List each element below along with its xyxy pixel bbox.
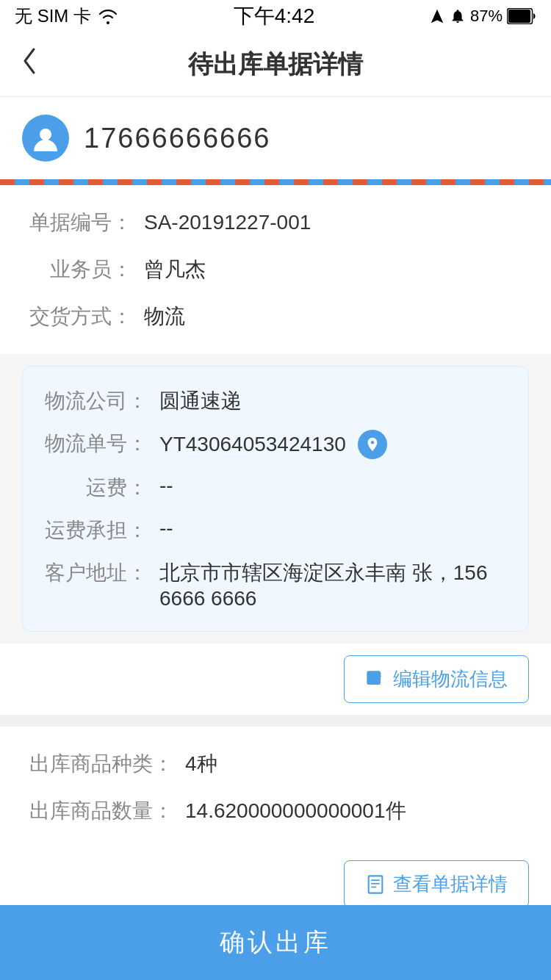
user-icon [31,123,60,153]
document-list-icon [365,874,386,895]
logistics-freight-label: 运费： [45,474,148,502]
doc-number-value: SA-20191227-001 [144,207,522,238]
product-quantity-row: 出库商品数量： 14.620000000000001件 [29,796,522,826]
logistics-address-row: 客户地址： 北京市市辖区海淀区永丰南 张，156 6666 6666 [45,559,506,610]
page-title: 待出库单据详情 [188,48,363,82]
status-time: 下午4:42 [234,2,315,30]
dashed-divider [0,179,551,185]
back-button[interactable] [21,46,38,82]
salesman-label: 业务员： [29,254,132,285]
svg-point-2 [40,129,51,140]
edit-logistics-label: 编辑物流信息 [393,666,508,692]
logistics-tracking-label: 物流单号： [45,430,148,458]
logistics-address-label: 客户地址： [45,559,148,587]
view-detail-label: 查看单据详情 [393,871,508,897]
view-detail-button[interactable]: 查看单据详情 [344,860,529,908]
doc-number-row: 单据编号： SA-20191227-001 [29,207,522,238]
logistics-freight-bearer-value: -- [159,516,506,540]
logistics-tracking-value: YT43064053424130 [159,430,506,459]
delivery-row: 交货方式： 物流 [29,301,522,332]
logistics-tracking-row: 物流单号： YT43064053424130 [45,430,506,459]
section-separator [0,715,551,727]
product-type-value: 4种 [185,749,522,779]
alarm-icon [450,8,466,24]
status-left: 无 SIM 卡 [15,4,119,28]
logistics-freight-bearer-label: 运费承担： [45,516,148,544]
location-arrow-icon [429,8,445,24]
product-type-label: 出库商品种类： [29,749,173,779]
svg-rect-1 [508,10,530,23]
logistics-freight-row: 运费： -- [45,474,506,502]
logistics-freight-bearer-row: 运费承担： -- [45,516,506,544]
battery-text: 87% [470,7,503,26]
track-location-icon[interactable] [358,430,387,459]
pin-icon [364,436,381,453]
logistics-company-value: 圆通速递 [159,387,506,415]
document-info-section: 单据编号： SA-20191227-001 业务员： 曾凡杰 交货方式： 物流 [0,185,551,354]
salesman-value: 曾凡杰 [144,254,522,285]
delivery-label: 交货方式： [29,301,132,332]
product-quantity-value: 14.620000000000001件 [185,796,522,826]
product-type-row: 出库商品种类： 4种 [29,749,522,779]
customer-phone: 17666666666 [84,123,270,154]
battery-icon [507,8,536,24]
no-sim-text: 无 SIM 卡 [15,4,91,28]
edit-icon [365,669,386,690]
tracking-number-text: YT43064053424130 [159,433,346,456]
confirm-btn-area: 确认出库 [0,905,551,980]
logistics-card: 物流公司： 圆通速递 物流单号： YT43064053424130 运费： --… [22,366,529,632]
edit-btn-row: 编辑物流信息 [0,644,551,715]
confirm-outbound-button[interactable]: 确认出库 [220,926,331,959]
doc-number-label: 单据编号： [29,207,132,238]
status-right: 87% [429,7,536,26]
svg-rect-4 [369,876,383,893]
customer-section: 17666666666 [0,97,551,179]
logistics-freight-value: -- [159,474,506,497]
status-bar: 无 SIM 卡 下午4:42 87% [0,0,551,32]
logistics-company-label: 物流公司： [45,387,148,415]
edit-logistics-button[interactable]: 编辑物流信息 [344,655,529,703]
salesman-row: 业务员： 曾凡杰 [29,254,522,285]
product-section: 出库商品种类： 4种 出库商品数量： 14.620000000000001件 [0,727,551,849]
wifi-icon [97,8,119,24]
avatar [22,115,69,162]
product-quantity-label: 出库商品数量： [29,796,173,826]
logistics-company-row: 物流公司： 圆通速递 [45,387,506,415]
nav-bar: 待出库单据详情 [0,32,551,97]
delivery-value: 物流 [144,301,522,332]
logistics-address-value: 北京市市辖区海淀区永丰南 张，156 6666 6666 [159,559,506,610]
